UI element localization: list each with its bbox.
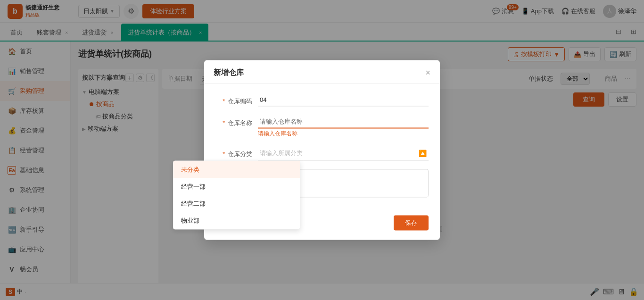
warehouse-name-row: * 仓库名称 请输入仓库名称 <box>215 115 429 138</box>
category-dropdown: 未分类 经营一部 经营二部 物业部 <box>173 161 300 230</box>
category-placeholder: 请输入所属分类 <box>260 149 303 158</box>
category-up-arrow-icon: 🔼 <box>419 150 427 157</box>
modal-header: 新增仓库 × <box>204 60 440 84</box>
modal-body: * 仓库编码 * 仓库名称 请输入仓库名称 * 仓库分类 请输入所属分类 <box>204 84 440 216</box>
save-button[interactable]: 保存 <box>394 216 429 231</box>
name-label: * 仓库名称 <box>215 115 258 127</box>
category-select[interactable]: 请输入所属分类 🔼 <box>258 146 429 161</box>
code-label: * 仓库编码 <box>215 93 258 106</box>
add-warehouse-modal: 新增仓库 × * 仓库编码 * 仓库名称 请输入仓库名称 * <box>204 60 440 240</box>
modal-close-icon[interactable]: × <box>425 68 430 78</box>
dropdown-item-dept1[interactable]: 经营一部 <box>173 178 300 195</box>
dropdown-item-property[interactable]: 物业部 <box>173 212 300 229</box>
category-label: * 仓库分类 <box>215 146 258 158</box>
warehouse-code-input[interactable] <box>258 93 429 107</box>
dropdown-item-uncategorized[interactable]: 未分类 <box>173 161 300 178</box>
warehouse-name-input[interactable] <box>258 115 429 129</box>
name-control-wrap: 请输入仓库名称 <box>258 115 429 138</box>
warehouse-category-row: * 仓库分类 请输入所属分类 🔼 未分类 经营一部 经营二部 物业部 <box>215 146 429 161</box>
modal-title: 新增仓库 <box>214 68 244 78</box>
warehouse-code-row: * 仓库编码 <box>215 93 429 107</box>
dropdown-item-dept2[interactable]: 经营二部 <box>173 195 300 212</box>
name-error-text: 请输入仓库名称 <box>258 130 429 138</box>
